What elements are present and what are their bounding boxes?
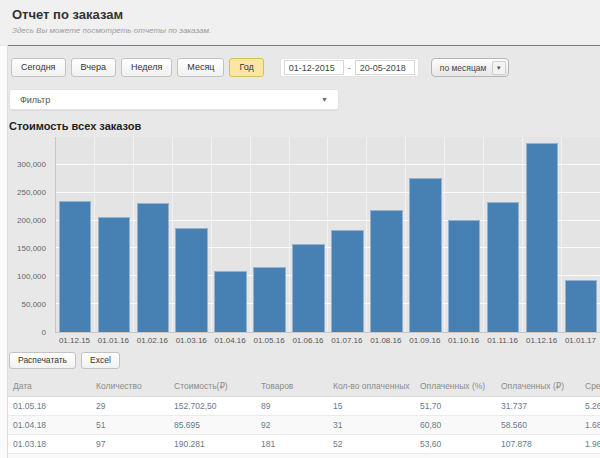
table-cell: 1.680,3 [580,416,600,435]
bar-01.12.16 [526,143,559,332]
date-to-input[interactable] [355,60,415,75]
bar-slot [94,137,133,332]
bar-01.09.16 [409,178,442,332]
orders-report-table: ДатаКоличествоСтоимость(₽)ТоваровКол-во … [8,377,600,458]
excel-button[interactable]: Excel [81,352,120,369]
column-header: Товаров [256,377,328,397]
table-cell: 60,80 [415,416,496,435]
table-cell: 85.695 [169,416,256,435]
table-cell: 51 [91,416,169,435]
group-by-select-value: по месяцам [440,63,487,73]
x-tick-label: 01.05.16 [250,333,289,345]
table-cell: 190.281 [169,435,256,454]
x-tick-label: 01.01.17 [561,333,600,345]
table-cell: 29 [91,397,169,416]
group-by-select[interactable]: по месяцам ▼ [431,58,509,77]
page-header: Отчет по заказам Здесь Вы можете посмотр… [0,0,600,45]
range-button-0[interactable]: Сегодня [11,58,66,77]
table-cell: 39 [328,454,415,458]
table-cell: 51,70 [415,397,496,416]
range-button-2[interactable]: Неделя [121,58,172,77]
date-from-input[interactable] [284,60,344,75]
x-tick-label: 01.07.16 [327,333,366,345]
bar-slot [444,137,483,332]
column-header: Оплаченных (₽) [496,377,580,397]
table-row: 01.04.185185.695923160,8058.5601.680,3 [8,416,600,435]
x-tick-label: 01.06.16 [289,333,328,345]
y-axis: 050,000100,000150,000200,000250,000300,0… [8,137,52,333]
bar-slot [483,137,522,332]
table-cell: 1.961,7 [580,435,600,454]
dropdown-caret-icon: ▼ [492,61,506,75]
header-divider [8,45,600,46]
column-header: Средн [580,377,600,397]
orders-value-chart: 050,000100,000150,000200,000250,000300,0… [8,137,600,345]
column-header: Количество [91,377,169,397]
column-header: Кол-во оплаченных [328,377,415,397]
date-range-toolbar: СегодняВчераНеделяМесяцГод - по месяцам … [11,58,600,77]
table-cell: 119.128 [169,454,256,458]
table-cell: 107.878 [496,435,580,454]
bar-01.04.16 [214,271,247,332]
table-cell: 92 [256,416,328,435]
table-cell: 58.560 [496,416,580,435]
table-cell: 181 [256,435,328,454]
print-button[interactable]: Распечатать [9,352,76,369]
bar-01.07.16 [331,230,364,333]
bar-slot [366,137,405,332]
bar-slot [250,137,289,332]
bar-01.01.17 [565,280,598,332]
date-range-box: - [280,58,419,77]
table-cell: 97 [91,435,169,454]
table-cell: 53,60 [415,435,496,454]
export-actions: Распечатать Excel [9,352,600,369]
bar-slot [172,137,211,332]
filter-dropdown[interactable]: Фильтр ▼ [9,89,339,110]
table-row: 01.03.1897190.2811815253,60107.8781.961,… [8,435,600,454]
filter-label: Фильтр [20,95,50,105]
page-title: Отчет по заказам [12,7,600,22]
bar-slot [133,137,172,332]
bars [56,137,600,332]
x-tick-label: 01.01.16 [94,333,133,345]
table-cell: 31 [328,416,415,435]
table-cell: 5.265,6 [580,397,600,416]
table-cell: 67 [91,454,169,458]
bar-01.11.16 [487,202,520,332]
x-axis: 01.12.1501.01.1601.02.1601.03.1601.04.16… [55,333,600,345]
bar-slot [522,137,561,332]
bar-01.02.16 [137,203,170,332]
bar-01.08.16 [370,210,403,332]
bar-slot [289,137,328,332]
x-tick-label: 01.04.16 [211,333,250,345]
table-header-row: ДатаКоличествоСтоимость(₽)ТоваровКол-во … [8,377,600,397]
table-cell: 01.02.18 [8,454,91,458]
page-subtitle: Здесь Вы можете посмотреть отчеты по зак… [12,26,600,35]
x-tick-label: 01.10.16 [444,333,483,345]
table-cell: 103 [256,454,328,458]
y-tick-label: 200,000 [17,216,46,225]
table-cell: 01.05.18 [8,397,91,416]
table-row: 01.05.1829152.702,50891551,7031.7375.265… [8,397,600,416]
bar-slot [56,137,94,332]
chart-plot-area [55,137,600,333]
date-range-separator: - [348,63,351,73]
x-tick-label: 01.11.16 [483,333,522,345]
table-row: 01.02.1867119.1281033958,2086.6791.778 [8,454,600,458]
chart-title: Стоимость всех заказов [9,120,600,134]
bar-slot [327,137,366,332]
range-button-1[interactable]: Вчера [71,58,116,77]
bar-01.03.16 [175,228,208,332]
range-button-3[interactable]: Месяц [177,58,224,77]
y-tick-label: 100,000 [17,272,46,281]
y-tick-label: 300,000 [17,160,46,169]
table-cell: 01.04.18 [8,416,91,435]
bar-01.05.16 [253,267,286,332]
table-cell: 52 [328,435,415,454]
chevron-down-icon: ▼ [321,96,328,103]
table-cell: 01.03.18 [8,435,91,454]
range-button-4[interactable]: Год [229,58,263,77]
y-tick-label: 150,000 [17,244,46,253]
x-tick-label: 01.12.15 [55,333,94,345]
bar-01.10.16 [448,220,481,332]
